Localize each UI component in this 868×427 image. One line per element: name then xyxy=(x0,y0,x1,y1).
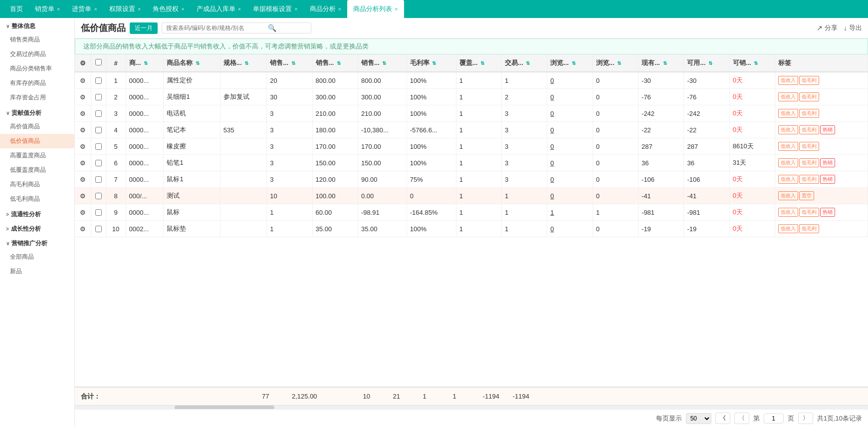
share-button[interactable]: ↗ 分享 xyxy=(817,23,838,32)
row-check[interactable] xyxy=(91,204,106,221)
nav-item-商品分析[interactable]: 商品分析× xyxy=(304,0,347,18)
row-gear[interactable]: ⚙ xyxy=(75,204,91,221)
sidebar-item-高毛利商品[interactable]: 高毛利商品 xyxy=(0,177,74,192)
browse1-link[interactable]: 0 xyxy=(550,93,554,101)
browse1-link[interactable]: 0 xyxy=(550,77,554,84)
first-page-button[interactable]: 《 xyxy=(715,413,730,424)
row-checkbox[interactable] xyxy=(95,110,102,117)
row-gear[interactable]: ⚙ xyxy=(75,171,91,188)
browse1-link[interactable]: 0 xyxy=(550,126,554,134)
sidebar-group-贡献值分析[interactable]: ∨ 贡献值分析 xyxy=(0,105,74,119)
nav-close-icon[interactable]: × xyxy=(94,6,97,12)
browse1-link[interactable]: 0 xyxy=(550,176,554,183)
row-check[interactable] xyxy=(91,89,106,105)
row-checkbox[interactable] xyxy=(95,160,102,166)
tag-badge: 低收入 xyxy=(778,224,798,233)
row-name: 测试 xyxy=(164,188,220,204)
row-check[interactable] xyxy=(91,105,106,122)
sidebar-item-新品[interactable]: 新品 xyxy=(0,264,74,279)
select-all-checkbox[interactable] xyxy=(95,59,102,65)
row-check[interactable] xyxy=(91,72,106,89)
nav-item-产成品入库单[interactable]: 产成品入库单× xyxy=(191,0,247,18)
nav-close-icon[interactable]: × xyxy=(338,6,341,12)
sidebar-item-低毛利商品[interactable]: 低毛利商品 xyxy=(0,192,74,206)
row-gear[interactable]: ⚙ xyxy=(75,188,91,204)
browse1-link[interactable]: 1 xyxy=(550,209,554,216)
nav-close-icon[interactable]: × xyxy=(138,6,141,12)
sidebar-group-流通性分析[interactable]: > 流通性分析 xyxy=(0,206,74,221)
row-avail: -76 xyxy=(684,89,729,105)
sidebar-item-交易过的商品[interactable]: 交易过的商品 xyxy=(0,47,74,61)
page-size-select[interactable]: 50 20 100 xyxy=(686,413,711,424)
nav-item-角色授权[interactable]: 角色授权× xyxy=(147,0,190,18)
search-input[interactable] xyxy=(166,24,266,31)
sidebar-item-低价值商品[interactable]: 低价值商品 xyxy=(0,134,74,148)
nav-item-商品分析列表[interactable]: 商品分析列表× xyxy=(347,0,404,18)
row-check[interactable] xyxy=(91,155,106,171)
row-check[interactable] xyxy=(91,138,106,155)
page-suffix: 页 xyxy=(788,414,794,423)
footer-cover: 10 xyxy=(360,392,390,401)
row-gear[interactable]: ⚙ xyxy=(75,72,91,89)
nav-close-icon[interactable]: × xyxy=(395,6,398,12)
next-page-button[interactable]: 〉 xyxy=(798,413,813,424)
row-gear[interactable]: ⚙ xyxy=(75,138,91,155)
sidebar-item-库存资金占用[interactable]: 库存资金占用 xyxy=(0,90,74,105)
sidebar-item-高价值商品[interactable]: 高价值商品 xyxy=(0,119,74,134)
nav-item-单据模板设置[interactable]: 单据模板设置× xyxy=(247,0,303,18)
sidebar-item-销售类商品[interactable]: 销售类商品 xyxy=(0,32,74,47)
page-input[interactable] xyxy=(764,414,784,424)
row-checkbox[interactable] xyxy=(95,176,102,183)
browse1-link[interactable]: 0 xyxy=(550,225,554,233)
nav-close-icon[interactable]: × xyxy=(294,6,297,12)
sidebar-group-整体信息[interactable]: ∨ 整体信息 xyxy=(0,18,74,32)
page-title: 低价值商品 xyxy=(81,22,126,34)
sidebar-item-商品分类销售率[interactable]: 商品分类销售率 xyxy=(0,61,74,76)
prev-page-button[interactable]: 〈 xyxy=(734,413,749,424)
row-gear[interactable]: ⚙ xyxy=(75,105,91,122)
row-spec xyxy=(220,221,267,237)
nav-item-首页[interactable]: 首页 xyxy=(4,0,29,18)
sidebar-group-营销推广分析[interactable]: ∨ 营销推广分析 xyxy=(0,235,74,250)
browse1-link[interactable]: 0 xyxy=(550,110,554,117)
browse1-link[interactable]: 0 xyxy=(550,192,554,200)
row-check[interactable] xyxy=(91,188,106,204)
row-check[interactable] xyxy=(91,171,106,188)
row-check[interactable] xyxy=(91,122,106,138)
filter-button[interactable]: 近一月 xyxy=(130,22,158,34)
row-sale-qty: 3 xyxy=(267,105,312,122)
row-checkbox[interactable] xyxy=(95,193,102,199)
nav-item-权限设置[interactable]: 权限设置× xyxy=(103,0,147,18)
row-checkbox[interactable] xyxy=(95,209,102,216)
row-browse2: 0 xyxy=(593,155,638,171)
row-checkbox[interactable] xyxy=(95,127,102,133)
row-gear[interactable]: ⚙ xyxy=(75,122,91,138)
sale-qty-col-header: 销售... ⇅ xyxy=(267,54,312,72)
row-checkbox[interactable] xyxy=(95,143,102,150)
row-check[interactable] xyxy=(91,221,106,237)
browse1-col-header: 浏览... ⇅ xyxy=(547,54,593,72)
browse1-link[interactable]: 0 xyxy=(550,143,554,150)
export-button[interactable]: ↓ 导出 xyxy=(844,23,862,32)
footer-sale-qty: 77 xyxy=(259,392,289,401)
sidebar-item-有库存的商品[interactable]: 有库存的商品 xyxy=(0,76,74,90)
row-trade: 3 xyxy=(501,138,547,155)
sidebar-item-低覆盖度商品[interactable]: 低覆盖度商品 xyxy=(0,163,74,177)
scrollbar-area[interactable] xyxy=(75,405,868,409)
nav-close-icon[interactable]: × xyxy=(57,6,60,12)
browse1-link[interactable]: 0 xyxy=(550,159,554,167)
nav-item-销货单[interactable]: 销货单× xyxy=(29,0,66,18)
row-checkbox[interactable] xyxy=(95,94,102,100)
nav-item-进货单[interactable]: 进货单× xyxy=(66,0,103,18)
row-gear[interactable]: ⚙ xyxy=(75,155,91,171)
row-checkbox[interactable] xyxy=(95,77,102,84)
row-gear[interactable]: ⚙ xyxy=(75,221,91,237)
nav-close-icon[interactable]: × xyxy=(181,6,184,12)
sidebar-item-全部商品[interactable]: 全部商品 xyxy=(0,250,74,264)
sidebar-item-高覆盖度商品[interactable]: 高覆盖度商品 xyxy=(0,148,74,163)
nav-close-icon[interactable]: × xyxy=(238,6,241,12)
row-checkbox[interactable] xyxy=(95,226,102,232)
sidebar-group-成长性分析[interactable]: > 成长性分析 xyxy=(0,221,74,235)
settings-col-header[interactable]: ⚙ xyxy=(75,54,91,72)
row-gear[interactable]: ⚙ xyxy=(75,89,91,105)
